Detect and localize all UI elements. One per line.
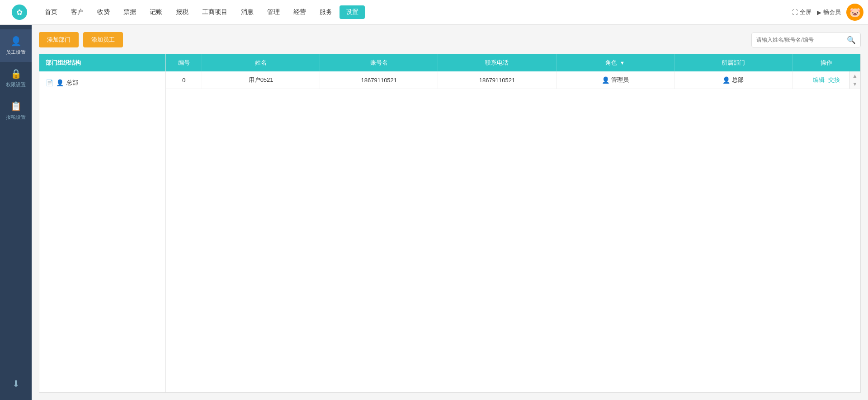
nav-accounting[interactable]: 记账 xyxy=(143,5,169,19)
nav-manage[interactable]: 管理 xyxy=(261,5,286,19)
nav-tax[interactable]: 报税 xyxy=(170,5,195,19)
dept-tree-item-label: 总部 xyxy=(66,79,78,87)
nav-message[interactable]: 消息 xyxy=(235,5,260,19)
table-header: 编号 姓名 账号名 联系电话 角色 ▼ 所属部门 操作 xyxy=(166,54,860,71)
col-header-name: 姓名 xyxy=(202,54,320,71)
fullscreen-icon: ⛶ xyxy=(792,9,798,16)
employee-table: 编号 姓名 账号名 联系电话 角色 ▼ 所属部门 操作 0 用户0521 186… xyxy=(166,54,860,392)
nav-service[interactable]: 服务 xyxy=(313,5,339,19)
dept-panel: 部门组织结构 📄 👤 总部 xyxy=(39,54,166,392)
svg-text:✿: ✿ xyxy=(16,8,23,17)
col-header-dept: 所属部门 xyxy=(675,54,793,71)
app-logo: ✿ xyxy=(5,4,34,21)
sidebar-item-permission-label: 权限设置 xyxy=(6,81,26,88)
col-header-id: 编号 xyxy=(166,54,202,71)
col-header-actions: 操作 xyxy=(793,54,860,71)
fullscreen-label: 全屏 xyxy=(800,8,811,16)
search-button[interactable]: 🔍 xyxy=(842,33,860,47)
tax-settings-icon: 📋 xyxy=(10,101,22,112)
employee-icon: 👤 xyxy=(10,36,22,47)
action-edit[interactable]: 编辑 xyxy=(813,76,825,84)
cell-role: 👤 管理员 xyxy=(557,71,675,89)
col-header-role[interactable]: 角色 ▼ xyxy=(557,54,675,71)
search-icon: 🔍 xyxy=(847,36,856,44)
role-filter-icon: ▼ xyxy=(620,60,625,66)
nav-settings[interactable]: 设置 xyxy=(340,5,365,19)
cell-phone: 18679110521 xyxy=(438,71,556,89)
table-row: 0 用户0521 18679110521 18679110521 👤 管理员 👤… xyxy=(166,71,860,89)
nav-fee[interactable]: 收费 xyxy=(91,5,116,19)
dept-folder-icon: 📄 xyxy=(46,79,53,86)
download-icon: ⬇ xyxy=(12,378,20,389)
dept-label: 总部 xyxy=(732,76,744,84)
sidebar-item-employee-label: 员工设置 xyxy=(6,49,26,56)
sidebar-download-button[interactable]: ⬇ xyxy=(0,372,32,395)
user-avatar[interactable]: 🐷 xyxy=(846,4,863,21)
dept-tree-item-root[interactable]: 📄 👤 总部 xyxy=(46,76,159,89)
main-layout: 👤 员工设置 🔒 权限设置 📋 报税设置 ⬇ 添加部门 添加员工 🔍 xyxy=(0,25,868,400)
col-header-phone: 联系电话 xyxy=(438,54,556,71)
table-container: 部门组织结构 📄 👤 总部 编号 姓名 账号名 联系电话 xyxy=(39,54,861,393)
member-icon: ▶ xyxy=(817,9,821,16)
cell-dept: 👤 总部 xyxy=(675,71,793,89)
dept-person-icon-row: 👤 xyxy=(722,76,730,84)
cell-id: 0 xyxy=(166,71,202,89)
add-dept-button[interactable]: 添加部门 xyxy=(39,32,79,47)
search-box: 🔍 xyxy=(751,33,861,47)
member-button[interactable]: ▶ 畅会员 xyxy=(817,8,841,16)
dept-tree: 📄 👤 总部 xyxy=(39,71,165,94)
add-employee-button[interactable]: 添加员工 xyxy=(83,32,123,47)
nav-customer[interactable]: 客户 xyxy=(65,5,90,19)
nav-invoice[interactable]: 票据 xyxy=(117,5,142,19)
col-header-account: 账号名 xyxy=(320,54,438,71)
fullscreen-button[interactable]: ⛶ 全屏 xyxy=(792,8,811,16)
sidebar-item-tax-settings[interactable]: 📋 报税设置 xyxy=(0,94,32,127)
dept-person-icon: 👤 xyxy=(56,79,64,86)
toolbar: 添加部门 添加员工 🔍 xyxy=(39,32,861,47)
col-role-label: 角色 xyxy=(605,59,617,66)
row-scroll-arrows: ▲ ▼ xyxy=(849,71,860,89)
top-navigation: ✿ 首页 客户 收费 票据 记账 报税 工商项目 消息 管理 经营 服务 设置 … xyxy=(0,0,868,25)
cell-account: 18679110521 xyxy=(320,71,438,89)
cell-name: 用户0521 xyxy=(202,71,320,89)
sidebar: 👤 员工设置 🔒 权限设置 📋 报税设置 ⬇ xyxy=(0,25,32,400)
sidebar-item-permission[interactable]: 🔒 权限设置 xyxy=(0,62,32,94)
action-transfer[interactable]: 交接 xyxy=(828,76,840,84)
sidebar-item-tax-label: 报税设置 xyxy=(6,114,26,121)
nav-operation[interactable]: 经营 xyxy=(287,5,312,19)
content-area: 添加部门 添加员工 🔍 部门组织结构 📄 👤 总部 xyxy=(32,25,868,400)
nav-right-controls: ⛶ 全屏 ▶ 畅会员 🐷 xyxy=(792,4,863,21)
search-input[interactable] xyxy=(752,34,842,46)
sidebar-item-employee[interactable]: 👤 员工设置 xyxy=(0,29,32,62)
avatar-icon: 🐷 xyxy=(849,7,861,18)
role-label: 管理员 xyxy=(611,76,629,84)
cell-actions: 编辑 交接 ▲ ▼ xyxy=(793,71,860,89)
role-person-icon: 👤 xyxy=(602,76,609,84)
scroll-down-icon[interactable]: ▼ xyxy=(851,80,859,88)
scroll-up-icon[interactable]: ▲ xyxy=(851,72,859,80)
sidebar-bottom: ⬇ xyxy=(0,372,32,400)
nav-business[interactable]: 工商项目 xyxy=(196,5,234,19)
lock-icon: 🔒 xyxy=(10,68,22,79)
member-label: 畅会员 xyxy=(823,8,841,16)
dept-panel-header: 部门组织结构 xyxy=(39,54,165,71)
nav-home[interactable]: 首页 xyxy=(38,5,64,19)
nav-menu: 首页 客户 收费 票据 记账 报税 工商项目 消息 管理 经营 服务 设置 xyxy=(38,5,792,19)
